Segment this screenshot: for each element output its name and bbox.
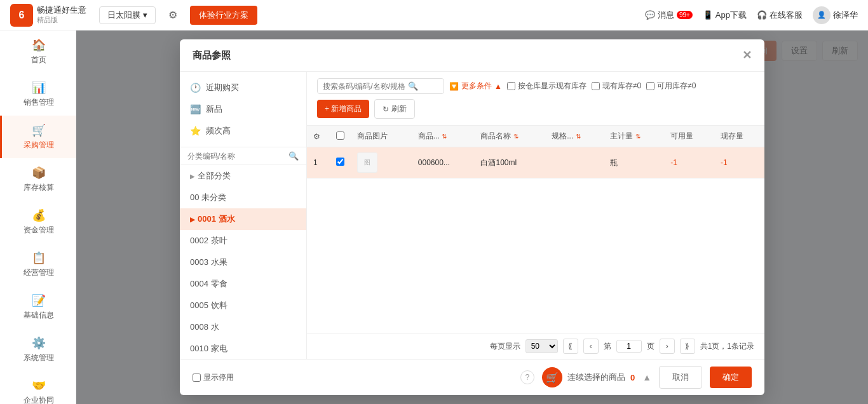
product-search-input[interactable] — [323, 82, 405, 91]
sidebar-item-6[interactable]: 📝基础信息 — [0, 286, 76, 328]
pagination-bar: 每页显示 50 100 ⟪ ‹ 第 页 › ⟫ 共 — [307, 333, 764, 359]
cat-label-0005: 0005 饮料 — [190, 300, 227, 311]
prev-page-button[interactable]: ‹ — [583, 339, 599, 354]
modal-close-button[interactable]: ✕ — [742, 48, 752, 62]
first-page-button[interactable]: ⟪ — [563, 339, 578, 354]
col-name[interactable]: 商品名称 ⇅ — [474, 126, 545, 147]
col-unit[interactable]: 主计量 ⇅ — [604, 126, 664, 147]
online-service-button[interactable]: 🎧 在线客服 — [757, 10, 803, 21]
sort-icon-spec: ⇅ — [576, 133, 581, 140]
sidebar-item-0[interactable]: 🏠首页 — [0, 30, 76, 73]
col-settings: ⚙ — [307, 126, 330, 147]
col-unit-label: 主计量 — [610, 131, 633, 140]
page-suffix: 页 — [647, 341, 654, 352]
cat-arrow-all: ▶ — [190, 173, 195, 180]
fold-button[interactable]: ▲ — [642, 372, 651, 382]
frequent-tab[interactable]: ⭐ 频次高 — [180, 120, 306, 142]
warehouse-stock-checkbox[interactable] — [507, 82, 515, 90]
available-stock-label: 可用库存≠0 — [657, 81, 696, 91]
select-all-checkbox[interactable] — [336, 131, 344, 140]
show-disabled-label: 显示停用 — [203, 372, 234, 383]
cat-label-all: 全部分类 — [198, 170, 231, 182]
row-index: 1 — [307, 147, 330, 178]
sidebar-label-6: 基础信息 — [24, 310, 54, 321]
app-download-button[interactable]: 📱 App下载 — [703, 10, 747, 21]
table-row[interactable]: 1 图 000600... 白酒100ml 瓶 — [307, 147, 764, 178]
existing-stock-checkbox[interactable] — [592, 82, 600, 90]
cat-item-0004[interactable]: 0004 零食 — [180, 273, 306, 295]
cat-label-0010: 0010 家电 — [190, 343, 227, 354]
recent-purchase-tab[interactable]: 🕐 近期购买 — [180, 77, 306, 98]
cat-item-0003[interactable]: 0003 水果 — [180, 252, 306, 273]
cat-item-0008[interactable]: 0008 水 — [180, 316, 306, 338]
sidebar-item-8[interactable]: 🤝企业协同 — [0, 371, 76, 404]
cat-label-0008: 0008 水 — [190, 321, 219, 333]
available-stock-checkbox[interactable] — [646, 82, 654, 90]
refresh-button[interactable]: ↻ 刷新 — [374, 99, 415, 119]
online-service-label: 在线客服 — [770, 10, 803, 21]
sidebar-item-5[interactable]: 📋经营管理 — [0, 243, 76, 286]
cat-label-0004: 0004 零食 — [190, 278, 227, 290]
search-icon[interactable]: 🔍 — [408, 81, 418, 91]
cat-label-0003: 0003 水果 — [190, 257, 227, 268]
new-product-tab[interactable]: 🆕 新品 — [180, 98, 306, 120]
sidebar-item-1[interactable]: 📊销售管理 — [0, 73, 76, 116]
help-icon[interactable]: ? — [520, 370, 534, 384]
logo-icon: 6 — [10, 4, 33, 27]
existing-stock-checkbox-group: 现有库存≠0 — [592, 81, 641, 91]
cancel-button[interactable]: 取消 — [659, 366, 702, 389]
settings-icon[interactable]: ⚙ — [163, 6, 182, 25]
trial-button[interactable]: 体验行业方案 — [190, 6, 257, 25]
total-info: 共1页，1条记录 — [700, 341, 754, 352]
modal-overlay: 商品参照 ✕ 🕐 近期购买 🆕 — [76, 30, 868, 404]
category-search-input[interactable] — [187, 152, 285, 161]
modal-left-tabs: 🕐 近期购买 🆕 新品 ⭐ 频次高 — [180, 72, 306, 147]
phone-icon: 📱 — [703, 10, 713, 20]
clock-icon: 🕐 — [190, 83, 201, 93]
cat-item-0002[interactable]: 0002 茶叶 — [180, 230, 306, 252]
sidebar-item-2[interactable]: 🛒采购管理 — [0, 116, 76, 158]
sidebar-label-3: 库存核算 — [24, 182, 54, 193]
sidebar-label-2: 采购管理 — [24, 140, 54, 151]
headset-icon: 🎧 — [757, 10, 767, 20]
sidebar-item-7[interactable]: ⚙️系统管理 — [0, 328, 76, 371]
col-checkbox — [330, 126, 351, 147]
sidebar-item-4[interactable]: 💰资金管理 — [0, 201, 76, 243]
col-img: 商品图片 — [351, 126, 412, 147]
row-spec — [545, 147, 604, 178]
cat-search-icon[interactable]: 🔍 — [288, 151, 299, 161]
cat-item-0001[interactable]: ▶ 0001 酒水 — [180, 208, 306, 230]
cat-item-00[interactable]: 00 未分类 — [180, 187, 306, 208]
cart-icon[interactable]: 🛒 — [542, 367, 562, 387]
next-page-button[interactable]: › — [660, 339, 675, 354]
col-code[interactable]: 商品... ⇅ — [412, 126, 475, 147]
modal-header: 商品参照 ✕ — [180, 39, 764, 72]
messages-button[interactable]: 💬 消息 99+ — [645, 10, 693, 21]
nav-selector-label: 日太阳膜 — [107, 10, 140, 21]
col-spec[interactable]: 规格... ⇅ — [545, 126, 604, 147]
cat-item-all[interactable]: ▶ 全部分类 — [180, 165, 306, 187]
sidebar-icon-3: 📦 — [32, 166, 46, 180]
last-page-button[interactable]: ⟫ — [680, 339, 695, 354]
sidebar-icon-8: 🤝 — [32, 379, 46, 393]
sidebar-icon-4: 💰 — [32, 208, 46, 222]
filter-icon: 🔽 — [449, 82, 459, 91]
add-product-button[interactable]: + 新增商品 — [317, 100, 369, 118]
row-checkbox[interactable] — [336, 158, 344, 166]
nav-selector[interactable]: 日太阳膜 ▾ — [99, 6, 156, 24]
sidebar-label-0: 首页 — [31, 55, 46, 65]
user-area[interactable]: 👤 徐泽华 — [813, 6, 858, 24]
confirm-button[interactable]: 确定 — [710, 367, 752, 388]
cat-label-0002: 0002 茶叶 — [190, 235, 227, 246]
cat-item-0005[interactable]: 0005 饮料 — [180, 295, 306, 316]
page-number-input[interactable] — [616, 340, 642, 353]
sidebar-item-3[interactable]: 📦库存核算 — [0, 158, 76, 201]
cat-item-0010[interactable]: 0010 家电 — [180, 338, 306, 359]
per-page-select[interactable]: 50 100 — [526, 339, 558, 353]
product-table: ⚙ 商品图片 商品... ⇅ 商品名称 — [307, 126, 764, 333]
per-page-label: 每页显示 — [490, 341, 520, 352]
show-disabled-checkbox[interactable] — [193, 374, 201, 382]
row-img-cell: 图 — [351, 147, 412, 178]
filter-button[interactable]: 🔽 更多条件 ▲ — [449, 81, 502, 91]
refresh-icon: ↻ — [383, 105, 389, 114]
